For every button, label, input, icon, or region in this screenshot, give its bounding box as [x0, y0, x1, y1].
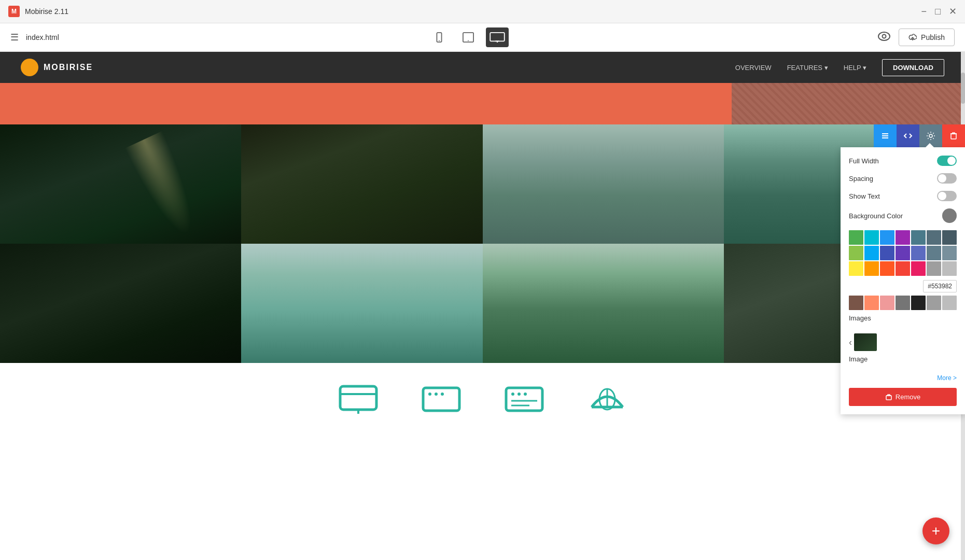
color-swatch-4[interactable] — [911, 230, 926, 245]
color-swatch-10[interactable] — [896, 246, 910, 260]
file-name: index.html — [26, 33, 59, 41]
window-controls: − □ ✕ — [921, 6, 957, 17]
nav-help: HELP ▾ — [844, 64, 866, 72]
delete-button[interactable] — [942, 124, 965, 147]
sun-icon — [24, 62, 35, 73]
hero-strip — [0, 83, 965, 124]
minimize-button[interactable]: − — [921, 6, 927, 17]
toolbar-left: ☰ index.html — [10, 32, 59, 43]
spacing-label: Spacing — [849, 175, 873, 183]
color-swatch-lightorange[interactable] — [864, 296, 879, 310]
color-swatch-brown[interactable] — [849, 296, 863, 310]
site-preview: MOBIRISE OVERVIEW FEATURES ▾ HELP ▾ DOWN… — [0, 52, 965, 436]
hex-display[interactable]: #553982 — [923, 280, 957, 292]
svg-rect-23 — [886, 396, 891, 400]
bg-color-swatch[interactable] — [942, 208, 957, 223]
color-swatch-7[interactable] — [849, 246, 863, 260]
nav-features: FEATURES ▾ — [787, 64, 828, 72]
tablet-view-button[interactable] — [457, 27, 480, 47]
svg-line-14 — [26, 64, 27, 65]
svg-point-9 — [26, 64, 33, 71]
color-swatch-12[interactable] — [927, 246, 941, 260]
color-swatch-0[interactable] — [849, 230, 863, 245]
show-text-toggle[interactable] — [937, 191, 957, 201]
gallery-cell-6 — [241, 244, 482, 363]
color-swatch-8[interactable] — [864, 246, 879, 260]
color-palette: #553982 — [849, 230, 957, 310]
color-swatch-9[interactable] — [880, 246, 894, 260]
color-swatch-medgrey[interactable] — [927, 296, 941, 310]
color-swatch-16[interactable] — [880, 261, 894, 276]
site-navigation: OVERVIEW FEATURES ▾ HELP ▾ DOWNLOAD — [735, 59, 944, 76]
full-width-toggle-knob — [947, 157, 956, 165]
color-swatch-6[interactable] — [942, 230, 957, 245]
color-swatch-19[interactable] — [927, 261, 941, 276]
svg-line-15 — [33, 71, 34, 72]
title-bar: M Mobirise 2.11 − □ ✕ — [0, 0, 965, 23]
code-icon — [903, 131, 913, 141]
color-swatch-14[interactable] — [849, 261, 863, 276]
publish-button[interactable]: Publish — [899, 29, 955, 46]
svg-point-29 — [428, 393, 431, 396]
svg-rect-32 — [506, 388, 542, 411]
image-row: Image — [849, 355, 957, 367]
close-button[interactable]: ✕ — [949, 6, 957, 17]
color-swatch-20[interactable] — [942, 261, 957, 276]
prev-image-button[interactable]: ‹ — [849, 337, 852, 348]
svg-point-21 — [929, 134, 932, 137]
color-swatch-lightgrey[interactable] — [942, 296, 957, 310]
site-logo-text: MOBIRISE — [44, 63, 93, 72]
color-swatch-3[interactable] — [896, 230, 910, 245]
gallery-cell-2 — [241, 124, 482, 244]
full-width-label: Full Width — [849, 157, 879, 165]
svg-rect-22 — [951, 134, 956, 139]
trash-icon-btn — [885, 394, 892, 401]
publish-label: Publish — [921, 33, 945, 41]
spacing-toggle[interactable] — [937, 173, 957, 184]
desktop-icon — [490, 32, 505, 43]
spacing-toggle-knob — [938, 174, 946, 183]
color-swatch-lightred[interactable] — [880, 296, 894, 310]
site-header: MOBIRISE OVERVIEW FEATURES ▾ HELP ▾ DOWN… — [0, 52, 965, 83]
color-swatch-1[interactable] — [864, 230, 879, 245]
color-swatch-15[interactable] — [864, 261, 879, 276]
thumb-1[interactable] — [854, 333, 877, 351]
hero-strip-image — [732, 83, 965, 124]
full-width-toggle[interactable] — [937, 156, 957, 166]
gear-icon — [926, 131, 935, 141]
color-swatch-13[interactable] — [942, 246, 957, 260]
trash-icon — [949, 131, 958, 141]
globe-icon — [586, 384, 628, 415]
add-section-button[interactable]: + — [922, 517, 949, 544]
site-logo: MOBIRISE — [21, 59, 93, 76]
images-label: Images — [849, 314, 871, 322]
color-swatch-5[interactable] — [927, 230, 941, 245]
preview-button[interactable] — [878, 32, 890, 44]
scrollbar-thumb[interactable] — [961, 73, 965, 104]
settings-panel: Full Width Spacing Show Text — [841, 147, 965, 414]
hamburger-button[interactable]: ☰ — [10, 32, 19, 43]
maximize-button[interactable]: □ — [935, 6, 941, 17]
svg-point-30 — [435, 393, 438, 396]
color-swatch-grey[interactable] — [896, 296, 910, 310]
reorder-button[interactable] — [874, 124, 897, 147]
desktop-view-button[interactable] — [486, 27, 509, 47]
browser-icon — [338, 384, 379, 415]
mobile-view-button[interactable] — [428, 27, 451, 47]
remove-button[interactable]: Remove — [849, 388, 957, 406]
color-swatch-11[interactable] — [911, 246, 926, 260]
cloud-upload-icon — [908, 34, 917, 41]
gallery-cell-5 — [0, 244, 241, 363]
image-thumbnails: ‹ — [849, 333, 957, 351]
color-swatch-17[interactable] — [896, 261, 910, 276]
download-button[interactable]: DOWNLOAD — [882, 59, 944, 76]
tablet-icon — [461, 32, 475, 43]
svg-rect-4 — [491, 33, 505, 41]
dots-browser-icon — [421, 384, 462, 415]
color-swatch-2[interactable] — [880, 230, 894, 245]
more-link[interactable]: More > — [849, 374, 957, 382]
color-swatch-black[interactable] — [911, 296, 926, 310]
section-toolbar — [874, 124, 965, 147]
color-swatch-18[interactable] — [911, 261, 926, 276]
code-button[interactable] — [897, 124, 919, 147]
